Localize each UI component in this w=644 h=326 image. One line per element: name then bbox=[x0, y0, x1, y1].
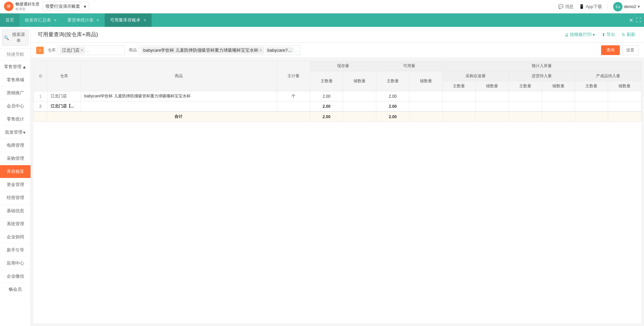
sidebar-item-retail[interactable]: 零售管理 ▲ bbox=[0, 60, 31, 74]
row1-warehouse: 江北门店 bbox=[47, 91, 81, 101]
tab-keyongliang-close[interactable]: ✕ bbox=[143, 18, 146, 22]
sidebar-item-vip[interactable]: 畅会员 bbox=[0, 283, 31, 296]
row1-prod-aux bbox=[608, 91, 641, 101]
sidebar-wechat-label: 企业微信 bbox=[7, 274, 24, 279]
warehouse-tag-close[interactable]: ✕ bbox=[80, 48, 83, 52]
page-title: 可用量查询(按仓库+商品) bbox=[38, 31, 98, 38]
th-settings[interactable]: ⚙ bbox=[34, 61, 47, 91]
print-icon: 🖨 bbox=[565, 32, 569, 37]
refresh-button[interactable]: ↻ 刷新 bbox=[620, 30, 637, 39]
table-row: 1 江北门店 babycare学饮杯 儿童防摔防撞吸管杯重力球吸嘴杯宝宝水杯 个… bbox=[34, 91, 641, 101]
row1-pur-aux bbox=[476, 91, 509, 101]
sidebar-item-finance[interactable]: 资金管理 bbox=[0, 178, 31, 191]
th-stock-group: 现存量 bbox=[310, 61, 376, 71]
row1-stock-main: 2.00 bbox=[310, 91, 343, 101]
warehouse-filter-label: 仓库 bbox=[48, 47, 56, 53]
tab-yaohuo-label: 要货单统计表 bbox=[67, 17, 94, 23]
sidebar-finance-label: 资金管理 bbox=[7, 182, 24, 187]
export-label: 导出 bbox=[606, 32, 615, 38]
tab-shoufacun[interactable]: 收发存汇总表 ✕ bbox=[19, 13, 62, 27]
warehouse-tag: 江北门店 ✕ bbox=[60, 47, 85, 54]
sidebar-item-retail-stats[interactable]: 零售统计 bbox=[0, 113, 31, 126]
sidebar-item-enterprise[interactable]: 企业协同 bbox=[0, 231, 31, 244]
warehouse-filter-input[interactable]: 江北门店 ✕ ... bbox=[58, 46, 125, 55]
export-button[interactable]: ⬆ 导出 bbox=[600, 30, 617, 39]
search-menu-button[interactable]: 🔍 搜索菜单 bbox=[2, 30, 29, 46]
sidebar-item-system[interactable]: 系统管理 bbox=[0, 218, 31, 231]
product-tag-2: babycare?... bbox=[265, 47, 293, 53]
sidebar-item-basic[interactable]: 基础信息 bbox=[0, 204, 31, 218]
th-stock-aux: 辅数量 bbox=[343, 71, 376, 91]
content-area: 可用量查询(按仓库+商品) 🖨 按模板打印 ▾ ⬆ 导出 ↻ 刷新 bbox=[31, 27, 644, 326]
sidebar-wholesale-label: 批发管理 bbox=[5, 129, 22, 135]
chevron-icon-retail: ▲ bbox=[22, 64, 26, 69]
tab-keyongliang[interactable]: 可用量库存账本 ✕ bbox=[105, 13, 152, 27]
table-row: 2 江北门店【... 2.00 2.00 bbox=[34, 101, 641, 112]
warehouse-tag-label: 江北门店 bbox=[62, 47, 79, 53]
sidebar-item-inventory[interactable]: 库存核算 bbox=[0, 165, 31, 178]
tab-yaohuo-close[interactable]: ✕ bbox=[96, 18, 99, 22]
page-header: 可用量查询(按仓库+商品) 🖨 按模板打印 ▾ ⬆ 导出 ↻ 刷新 bbox=[31, 27, 644, 43]
row2-arr-main bbox=[508, 101, 542, 112]
sidebar-quick-nav[interactable]: 快捷导航 bbox=[0, 49, 31, 60]
app-download-action[interactable]: 📱 App下载 bbox=[579, 4, 602, 10]
export-icon: ⬆ bbox=[602, 32, 605, 37]
sidebar-retail-stats-label: 零售统计 bbox=[7, 117, 24, 122]
product-filter-input[interactable]: babycare学饮杯 儿童防摔防撞吸管杯重力球吸嘴杯宝宝水杯 ✕ babyca… bbox=[139, 46, 300, 55]
row2-arr-aux bbox=[542, 101, 575, 112]
tab-yaohuo[interactable]: 要货单统计表 ✕ bbox=[62, 13, 105, 27]
footer-pur-aux bbox=[476, 111, 509, 122]
sidebar-item-wechat[interactable]: 企业微信 bbox=[0, 270, 31, 283]
message-action[interactable]: 💬 消息 bbox=[558, 4, 574, 10]
row2-unit bbox=[277, 101, 310, 112]
row1-avail-aux bbox=[409, 91, 442, 101]
th-pur-main: 主数量 bbox=[442, 81, 476, 91]
row2-avail-aux bbox=[409, 101, 442, 112]
warehouse-filter-group: 仓库 江北门店 ✕ ... bbox=[48, 46, 125, 55]
search-menu-label: 搜索菜单 bbox=[10, 32, 27, 44]
sidebar-item-member[interactable]: 会员中心 bbox=[0, 100, 31, 113]
sidebar-item-wholesale[interactable]: 批发管理 ▾ bbox=[0, 126, 31, 139]
footer-stock-main: 2.00 bbox=[310, 111, 343, 122]
tab-home[interactable]: 首页 bbox=[0, 13, 19, 27]
tab-shoufacun-close[interactable]: ✕ bbox=[54, 18, 57, 22]
settings-button[interactable]: 设置 bbox=[622, 45, 639, 55]
row2-avail-main: 2.00 bbox=[376, 101, 410, 112]
top-bar-right: 💬 消息 📱 App下载 Ea demo2 ▾ bbox=[558, 2, 640, 11]
sidebar-inventory-label: 库存核算 bbox=[7, 169, 24, 174]
sidebar-enterprise-label: 企业协同 bbox=[7, 234, 24, 239]
nav-close-icon[interactable]: ✕ bbox=[629, 17, 633, 24]
product-more-icon[interactable]: ... bbox=[295, 48, 298, 52]
nav-expand-icon[interactable]: ⛶ bbox=[636, 17, 641, 23]
th-warehouse: 仓库 bbox=[47, 61, 81, 91]
print-label: 按模板打印 bbox=[570, 32, 592, 38]
row1-arr-aux bbox=[542, 91, 575, 101]
warehouse-more-icon[interactable]: ... bbox=[87, 48, 90, 52]
th-arr-main: 主数量 bbox=[508, 81, 542, 91]
user-area[interactable]: Ea demo2 ▾ bbox=[613, 2, 640, 11]
nav-tabs-right: ✕ ⛶ bbox=[629, 13, 644, 27]
sidebar-purchase-label: 采购管理 bbox=[7, 156, 24, 161]
row2-prod-aux bbox=[608, 101, 641, 112]
industry-name: 母婴行业演示账套 bbox=[45, 3, 80, 9]
row1-product: babycare学饮杯 儿童防摔防撞吸管杯重力球吸嘴杯宝宝水杯 bbox=[81, 91, 277, 101]
th-purchase-in-group: 采购在途量 bbox=[442, 71, 508, 81]
message-label: 消息 bbox=[565, 4, 574, 10]
sidebar-search-area: 🔍 搜索菜单 bbox=[0, 27, 31, 49]
sidebar-item-purchase[interactable]: 采购管理 bbox=[0, 152, 31, 165]
expand-button[interactable]: » bbox=[36, 47, 44, 54]
sidebar-item-apps[interactable]: 应用中心 bbox=[0, 257, 31, 270]
sidebar-item-operations[interactable]: 经营管理 bbox=[0, 191, 31, 204]
sidebar-item-retail-mall[interactable]: 零售商城 bbox=[0, 74, 31, 87]
sidebar-item-marketing[interactable]: 营销推广 bbox=[0, 87, 31, 100]
industry-selector[interactable]: 母婴行业演示账套 ▾ bbox=[42, 2, 89, 11]
query-button[interactable]: 查询 bbox=[601, 45, 620, 55]
chevron-icon-wholesale: ▾ bbox=[23, 130, 25, 135]
sidebar-item-ecommerce[interactable]: 电商管理 bbox=[0, 139, 31, 152]
product-tag-1-close[interactable]: ✕ bbox=[259, 48, 262, 52]
sidebar-item-newbie[interactable]: 新手引导 bbox=[0, 244, 31, 257]
row1-arr-main bbox=[508, 91, 542, 101]
print-button[interactable]: 🖨 按模板打印 ▾ bbox=[562, 30, 597, 39]
footer-avail-aux bbox=[409, 111, 442, 122]
row2-pur-main bbox=[442, 101, 476, 112]
